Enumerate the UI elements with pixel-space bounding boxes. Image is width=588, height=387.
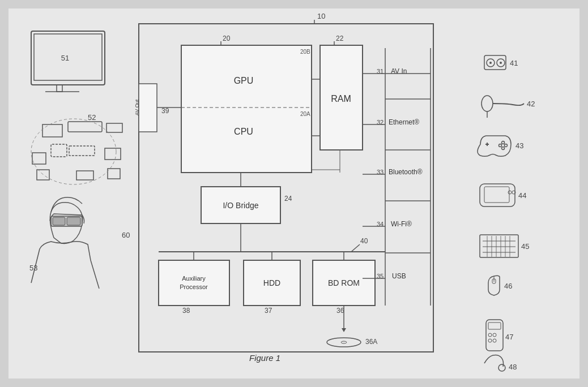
svg-text:22: 22 (336, 35, 344, 42)
svg-text:40: 40 (360, 237, 368, 245)
svg-text:37: 37 (265, 307, 272, 315)
svg-text:52: 52 (88, 113, 96, 122)
svg-text:Wi-Fi®: Wi-Fi® (391, 220, 412, 228)
svg-text:42: 42 (527, 100, 535, 108)
svg-rect-21 (67, 217, 80, 225)
svg-text:AV In: AV In (391, 67, 407, 75)
svg-text:I/O Bridge: I/O Bridge (223, 201, 258, 210)
svg-text:41: 41 (510, 59, 518, 67)
svg-text:47: 47 (505, 333, 513, 341)
main-container: 51 52 53 60 (0, 0, 588, 387)
svg-text:10: 10 (317, 12, 325, 20)
svg-text:Auxiliary: Auxiliary (182, 275, 206, 282)
svg-point-99 (500, 62, 502, 64)
svg-rect-48 (159, 260, 229, 306)
svg-text:44: 44 (518, 191, 526, 200)
svg-text:39: 39 (161, 107, 169, 115)
diagram-svg: 51 52 53 60 (0, 0, 588, 387)
svg-text:60: 60 (122, 231, 130, 239)
svg-text:45: 45 (521, 242, 529, 251)
svg-rect-20 (53, 217, 65, 225)
svg-text:Processor: Processor (180, 283, 208, 290)
svg-text:Figure 1: Figure 1 (249, 353, 280, 363)
svg-text:24: 24 (284, 195, 292, 203)
svg-text:CPU: CPU (234, 127, 253, 136)
svg-rect-27 (139, 84, 157, 132)
svg-text:53: 53 (29, 264, 37, 272)
svg-text:Bluetooth®: Bluetooth® (389, 168, 423, 176)
svg-text:36: 36 (336, 307, 344, 315)
svg-text:USB: USB (392, 272, 406, 280)
svg-text:BD ROM: BD ROM (328, 278, 360, 287)
svg-text:20: 20 (223, 35, 231, 42)
svg-text:AV Out: AV Out (134, 99, 140, 115)
svg-text:38: 38 (182, 307, 190, 315)
svg-text:Ethernet®: Ethernet® (389, 118, 419, 126)
svg-text:20B: 20B (300, 49, 310, 55)
svg-text:HDD: HDD (263, 278, 280, 287)
svg-text:48: 48 (509, 363, 517, 371)
svg-point-97 (489, 62, 492, 64)
svg-text:51: 51 (61, 54, 69, 62)
svg-text:RAM: RAM (331, 94, 351, 104)
svg-text:GPU: GPU (234, 76, 254, 85)
svg-text:20A: 20A (300, 111, 310, 117)
svg-rect-30 (181, 45, 312, 173)
svg-text:36A: 36A (365, 338, 377, 346)
svg-text:46: 46 (504, 282, 512, 290)
svg-text:43: 43 (515, 141, 523, 150)
